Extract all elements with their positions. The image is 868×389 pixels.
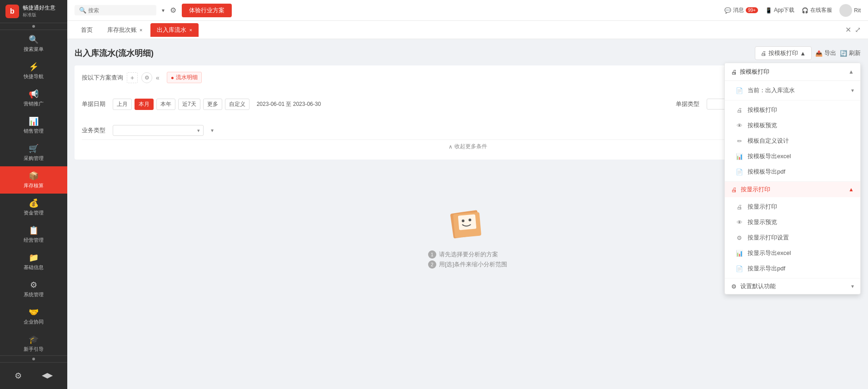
maximize-window-btn[interactable]: ⤢ — [855, 25, 861, 34]
dropdown-display-section: 🖨 按显示打印 👁 按显示预览 ⚙ 按显示打印设置 — [725, 197, 860, 279]
topbar-dropdown-btn[interactable]: ▾ — [162, 7, 165, 14]
app-logo: b 畅捷通好生意 标准版 — [0, 0, 67, 23]
refresh-btn[interactable]: 🔄 刷新 — [840, 49, 861, 57]
tab-batch-account[interactable]: 库存批次账 × — [101, 23, 149, 37]
message-badge: 99+ — [746, 7, 758, 13]
footer-settings-icon: ⚙ — [731, 283, 737, 290]
print-btn-wrap: 🖨 按模板打印 ▲ — [755, 46, 812, 60]
tab-inout-flow[interactable]: 出入库流水 × — [150, 23, 198, 37]
sidebar-bottom: ⚙ ◀▶ — [0, 362, 67, 389]
guide-icon: 🎓 — [29, 334, 39, 344]
topbar-gear-btn[interactable]: ⚙ — [170, 6, 176, 15]
dropdown-display-pdf[interactable]: 📄 按显示导出pdf — [725, 261, 860, 276]
tab-batch-account-close[interactable]: × — [140, 27, 142, 33]
customer-service-btn[interactable]: 🎧 在线客服 — [802, 6, 832, 14]
dropdown-template-pdf[interactable]: 📄 按模板导出pdf — [725, 164, 860, 180]
print-dropdown-panel: 🖨 按模板打印 ▲ 📄 当前：出入库流水 ▾ — [724, 63, 861, 294]
date-btn-last-7-days[interactable]: 近7天 — [178, 99, 200, 110]
empty-hint-1: 1 请先选择要分析的方案 — [428, 250, 507, 259]
app-download-btn[interactable]: 📱 App下载 — [765, 6, 794, 14]
dropdown-template-excel[interactable]: 📊 按模板导出excel — [725, 149, 860, 164]
page-content: 出入库流水(流水明细) 🖨 按模板打印 ▲ 📤 导出 🔄 — [67, 39, 868, 389]
dropdown-template-print[interactable]: 🖨 按模板打印 — [725, 102, 860, 118]
scroll-down-indicator[interactable] — [32, 358, 35, 360]
business-type-dropdown-icon[interactable]: ▾ — [211, 127, 214, 134]
sidebar-item-enterprise[interactable]: 🤝 企业协同 — [0, 303, 67, 330]
sidebar-item-guide[interactable]: 🎓 新手引导 — [0, 330, 67, 355]
date-buttons: 上月 本月 本年 近7天 更多 自定义 — [113, 99, 249, 110]
current-arrow-icon: ▾ — [851, 87, 854, 94]
date-btn-custom[interactable]: 自定义 — [225, 99, 249, 110]
sidebar-item-marketing[interactable]: 📢 营销推广 — [0, 85, 67, 112]
display-excel-icon: 📊 — [736, 249, 743, 257]
dropdown-display-header[interactable]: 🖨 按显示打印 ▲ — [725, 182, 860, 197]
sidebar-item-system[interactable]: ⚙ 系统管理 — [0, 275, 67, 303]
dropdown-collapse-btn[interactable]: ▲ — [848, 69, 854, 75]
tab-home[interactable]: 首页 — [75, 23, 99, 37]
display-settings-icon: ⚙ — [736, 234, 743, 241]
purchase-icon: 🛒 — [29, 144, 39, 154]
message-icon: 💬 — [724, 7, 731, 14]
tabbar: 首页 库存批次账 × 出入库流水 × ✕ ⤢ — [67, 21, 868, 39]
print-dropdown-btn[interactable]: 🖨 按模板打印 ▲ — [755, 46, 812, 60]
empty-state-illustration — [445, 196, 490, 241]
tab-home-label: 首页 — [81, 26, 93, 34]
page-header: 出入库流水(流水明细) 🖨 按模板打印 ▲ 📤 导出 🔄 — [75, 46, 861, 60]
tab-inout-flow-close[interactable]: × — [189, 27, 192, 33]
empty-hint-2: 2 用[选]条件来缩小分析范围 — [428, 260, 507, 269]
sidebar-item-sales[interactable]: 📊 销售管理 — [0, 112, 67, 139]
hint-num-2: 2 — [428, 260, 436, 269]
sidebar-item-operation[interactable]: 📋 经营管理 — [0, 221, 67, 248]
display-pdf-icon: 📄 — [736, 265, 743, 272]
printer-icon: 🖨 — [761, 50, 767, 57]
filter-active-tag: ● 流水明细 — [167, 72, 202, 83]
dropdown-display-print[interactable]: 🖨 按显示打印 — [725, 199, 860, 214]
close-window-btn[interactable]: ✕ — [845, 25, 851, 34]
enterprise-icon: 🤝 — [29, 307, 39, 317]
sidebar-item-basic[interactable]: 📁 基础信息 — [0, 248, 67, 275]
dropdown-header: 🖨 按模板打印 ▲ — [725, 63, 860, 81]
date-btn-more[interactable]: 更多 — [203, 99, 222, 110]
dropdown-current-item[interactable]: 📄 当前：出入库流水 ▾ — [725, 83, 860, 98]
quick-nav-icon: ⚡ — [29, 62, 39, 72]
date-btn-this-year[interactable]: 本年 — [156, 99, 175, 110]
current-icon: 📄 — [736, 87, 743, 94]
date-btn-this-month[interactable]: 本月 — [135, 99, 154, 110]
business-type-select[interactable] — [113, 125, 204, 136]
export-btn[interactable]: 📤 导出 — [815, 49, 836, 57]
sidebar-settings-btn[interactable]: ⚙ — [11, 367, 25, 384]
sidebar-item-purchase[interactable]: 🛒 采购管理 — [0, 139, 67, 166]
dropdown-current-label: 当前：出入库流水 — [748, 86, 795, 95]
filter-add-btn[interactable]: + — [127, 72, 138, 83]
message-btn[interactable]: 💬 消息 99+ — [724, 6, 758, 14]
inventory-icon: 📦 — [29, 171, 39, 181]
printer-header-icon: 🖨 — [731, 69, 737, 75]
basic-icon: 📁 — [29, 253, 39, 263]
dropdown-template-custom[interactable]: ✏ 模板自定义设计 — [725, 133, 860, 149]
sidebar-collapse-btn[interactable]: ◀▶ — [38, 367, 56, 384]
topbar-search-input[interactable] — [88, 7, 152, 14]
date-btn-last-month[interactable]: 上月 — [113, 99, 132, 110]
filter-collapse-btn[interactable]: « — [156, 74, 160, 81]
message-label: 消息 — [733, 6, 744, 14]
trial-btn[interactable]: 体验行业方案 — [182, 4, 232, 17]
dropdown-footer[interactable]: ⚙ 设置默认功能 ▾ — [725, 279, 860, 294]
sidebar-item-search[interactable]: 🔍 搜索菜单 — [0, 30, 67, 57]
sidebar-item-quick-nav[interactable]: ⚡ 快捷导航 — [0, 57, 67, 85]
date-range-text: 2023-06-01 至 2023-06-30 — [257, 100, 321, 108]
scroll-up-indicator[interactable] — [32, 25, 35, 28]
filter-scheme-settings-btn[interactable]: ⚙ — [141, 72, 152, 83]
dropdown-template-section: 🖨 按模板打印 👁 按模板预览 ✏ 模板自定义设计 — [725, 100, 860, 182]
dropdown-template-preview[interactable]: 👁 按模板预览 — [725, 118, 860, 133]
dropdown-display-excel[interactable]: 📊 按显示导出excel — [725, 245, 860, 261]
dropdown-display-settings[interactable]: ⚙ 按显示打印设置 — [725, 230, 860, 245]
print-btn-label: 按模板打印 — [768, 49, 798, 57]
dropdown-display-preview[interactable]: 👁 按显示预览 — [725, 214, 860, 230]
user-name: Rit — [854, 7, 861, 14]
sidebar-item-inventory[interactable]: 📦 库存核算 — [0, 166, 67, 194]
user-avatar-area[interactable]: Rit — [839, 4, 861, 17]
search-icon: 🔍 — [79, 7, 86, 14]
display-section-icon: 🖨 — [731, 186, 737, 193]
main-area: 🔍 ▾ ⚙ 体验行业方案 💬 消息 99+ 📱 App下载 🎧 — [67, 0, 868, 389]
sidebar-item-finance[interactable]: 💰 资金管理 — [0, 194, 67, 221]
